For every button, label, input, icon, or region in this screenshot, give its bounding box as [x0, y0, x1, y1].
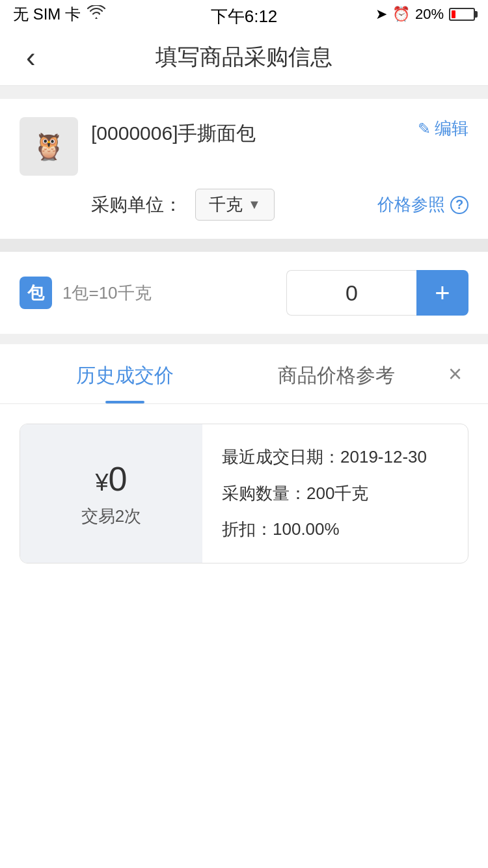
tabs-close-button[interactable]: ×: [442, 354, 468, 394]
trade-count: 交易2次: [81, 505, 141, 528]
product-logo-icon: 🦉: [33, 131, 65, 162]
unit-box-label: 包: [27, 282, 44, 305]
product-header: 🦉 [0000006]手撕面包 ✎ 编辑: [20, 117, 468, 176]
edit-icon: ✎: [418, 120, 431, 138]
tabs-section: 历史成交价 商品价格参考 × ¥0 交易2次 最近成交日期：2019-12-30…: [0, 344, 488, 583]
back-button[interactable]: ‹: [20, 34, 42, 80]
nav-bar: ‹ 填写商品采购信息: [0, 29, 488, 86]
tab-history-label: 历史成交价: [76, 364, 174, 386]
plus-icon: +: [435, 278, 450, 308]
price-value: 0: [109, 460, 128, 498]
purchase-qty-label: 采购数量：: [222, 483, 306, 503]
battery-icon: [449, 8, 475, 21]
battery-percent: 20%: [415, 6, 444, 23]
section-divider: [0, 239, 488, 252]
tab-history-price[interactable]: 历史成交价: [20, 344, 230, 403]
help-icon: ?: [450, 196, 468, 214]
edit-label: 编辑: [435, 117, 468, 140]
unit-label: 采购单位：: [91, 193, 182, 217]
tabs-header: 历史成交价 商品价格参考 ×: [0, 344, 488, 404]
edit-button[interactable]: ✎ 编辑: [418, 117, 468, 140]
currency-symbol: ¥: [96, 469, 109, 496]
price-left-panel: ¥0 交易2次: [20, 424, 202, 563]
tab-reference-label: 商品价格参考: [278, 364, 395, 386]
discount-row: 折扣：100.00%: [222, 516, 448, 543]
page-title: 填写商品采购信息: [156, 42, 332, 72]
unit-select[interactable]: 千克 ▼: [195, 189, 275, 221]
carrier-label: 无 SIM 卡: [13, 4, 81, 25]
chevron-down-icon: ▼: [248, 197, 261, 212]
quantity-controls: 0 +: [286, 270, 468, 316]
unit-box: 包: [20, 277, 52, 309]
unit-conversion-hint: 1包=10千克: [62, 282, 152, 305]
alarm-icon: ⏰: [392, 6, 410, 23]
bottom-space: [0, 583, 488, 868]
recent-date-row: 最近成交日期：2019-12-30: [222, 444, 448, 471]
purchase-qty-row: 采购数量：200千克: [222, 480, 448, 508]
price-right-panel: 最近成交日期：2019-12-30 采购数量：200千克 折扣：100.00%: [202, 424, 468, 563]
price-info-card: ¥0 交易2次 最近成交日期：2019-12-30 采购数量：200千克 折扣：…: [20, 424, 468, 563]
product-card: 🦉 [0000006]手撕面包 ✎ 编辑 采购单位： 千克 ▼ 价格参照 ?: [0, 99, 488, 239]
discount-label: 折扣：: [222, 519, 273, 539]
price-ref-label: 价格参照: [377, 193, 445, 216]
recent-date-label: 最近成交日期：: [222, 447, 340, 467]
discount-value: 100.00%: [273, 519, 340, 539]
product-thumbnail: 🦉: [20, 117, 78, 176]
status-bar: 无 SIM 卡 下午6:12 ➤ ⏰ 20%: [0, 0, 488, 29]
status-left: 无 SIM 卡: [13, 4, 105, 25]
unit-value: 千克: [209, 193, 243, 216]
quantity-plus-button[interactable]: +: [416, 270, 468, 316]
price-amount: ¥0: [96, 459, 128, 498]
quantity-value: 0: [346, 280, 358, 306]
recent-date-value: 2019-12-30: [340, 447, 427, 467]
quantity-unit-info: 包 1包=10千克: [20, 277, 152, 309]
purchase-qty-value: 200千克: [306, 483, 368, 503]
quantity-row: 包 1包=10千克 0 +: [0, 252, 488, 334]
product-unit-row: 采购单位： 千克 ▼ 价格参照 ?: [20, 189, 468, 221]
price-reference-button[interactable]: 价格参照 ?: [377, 193, 468, 216]
wifi-icon: [87, 5, 105, 23]
status-right: ➤ ⏰ 20%: [375, 6, 475, 23]
product-left: 🦉 [0000006]手撕面包: [20, 117, 256, 176]
status-time: 下午6:12: [211, 5, 278, 28]
location-icon: ➤: [375, 6, 387, 23]
product-name: [0000006]手撕面包: [91, 117, 256, 147]
history-price-content: ¥0 交易2次 最近成交日期：2019-12-30 采购数量：200千克 折扣：…: [0, 404, 488, 583]
quantity-input[interactable]: 0: [286, 270, 416, 316]
close-icon: ×: [448, 360, 462, 388]
tab-price-reference[interactable]: 商品价格参考: [230, 344, 441, 403]
